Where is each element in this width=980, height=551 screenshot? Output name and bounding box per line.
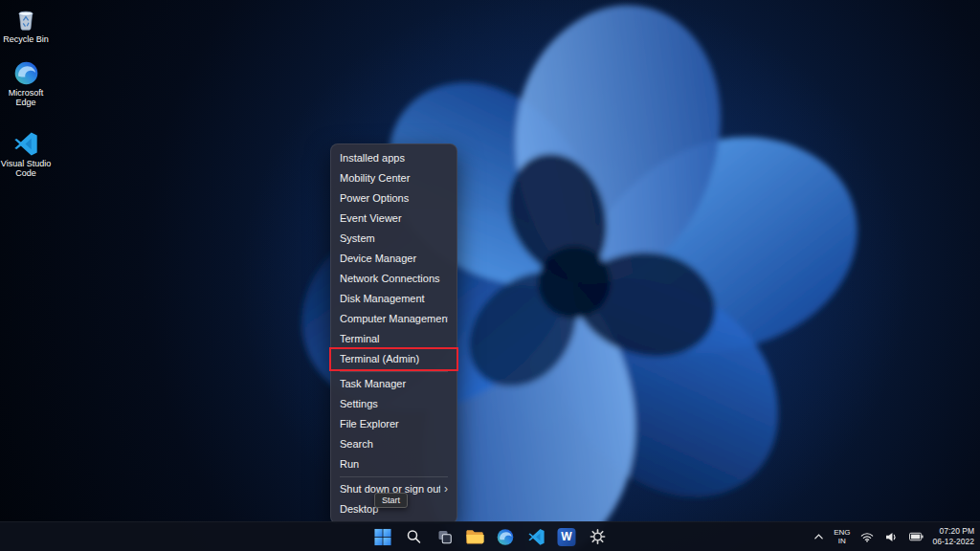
desktop-icon-recycle-bin[interactable]: Recycle Bin	[0, 6, 52, 44]
volume-button[interactable]	[883, 530, 900, 544]
folder-icon	[465, 529, 484, 545]
menu-item-terminal[interactable]: Terminal	[331, 329, 457, 349]
tray-overflow-button[interactable]	[812, 531, 826, 542]
battery-icon	[909, 532, 924, 541]
menu-item-system[interactable]: System	[331, 229, 457, 249]
taskbar-center-icons: W	[371, 525, 610, 549]
menu-item-label: Terminal (Admin)	[340, 349, 448, 369]
menu-item-label: Power Options	[340, 188, 448, 209]
battery-button[interactable]	[907, 530, 925, 543]
menu-item-file-explorer[interactable]: File Explorer	[331, 414, 457, 434]
start-tooltip-text: Start	[382, 496, 400, 505]
menu-item-computer-management[interactable]: Computer Management	[331, 309, 457, 329]
menu-item-label: Disk Management	[340, 289, 448, 309]
task-view-icon	[435, 528, 453, 545]
recycle-bin-icon	[12, 6, 39, 33]
tray-date: 06-12-2022	[933, 537, 974, 546]
menu-item-label: Terminal	[340, 329, 448, 349]
menu-item-label: Computer Management	[340, 309, 448, 329]
menu-item-network-connections[interactable]: Network Connections	[331, 269, 457, 289]
menu-separator	[340, 371, 448, 372]
task-view-button[interactable]	[433, 525, 457, 549]
word-icon: W	[558, 528, 576, 546]
menu-item-label: File Explorer	[340, 414, 448, 434]
edge-icon	[12, 59, 39, 86]
winx-context-menu: Installed apps Mobility Center Power Opt…	[330, 143, 457, 524]
region-code: IN	[838, 537, 846, 545]
vscode-button[interactable]	[524, 525, 548, 549]
search-button[interactable]	[402, 525, 426, 549]
menu-separator	[340, 476, 448, 477]
menu-item-terminal-admin[interactable]: Terminal (Admin)	[331, 349, 457, 369]
vscode-icon	[12, 130, 39, 157]
menu-item-label: Installed apps	[340, 148, 448, 168]
edge-button[interactable]	[494, 525, 518, 549]
menu-item-label: Mobility Center	[340, 168, 448, 188]
chevron-up-icon	[813, 533, 824, 540]
menu-item-settings[interactable]: Settings	[331, 394, 457, 414]
menu-item-search[interactable]: Search	[331, 434, 457, 454]
desktop-icon-visual-studio-code[interactable]: Visual Studio Code	[0, 130, 52, 179]
start-tooltip: Start	[374, 493, 408, 508]
menu-item-installed-apps[interactable]: Installed apps	[331, 148, 457, 168]
clock[interactable]: 07:20 PM 06-12-2022	[933, 526, 974, 546]
menu-item-mobility-center[interactable]: Mobility Center	[331, 168, 457, 188]
desktop-icon-label: Microsoft Edge	[0, 88, 52, 108]
menu-item-device-manager[interactable]: Device Manager	[331, 249, 457, 269]
settings-button[interactable]	[586, 525, 610, 549]
language-indicator[interactable]: ENG IN	[834, 528, 850, 545]
file-explorer-button[interactable]	[463, 525, 487, 549]
speaker-icon	[885, 532, 898, 542]
menu-item-label: Device Manager	[340, 249, 448, 269]
submenu-chevron-icon: ›	[444, 479, 448, 499]
tray-time: 07:20 PM	[940, 526, 974, 536]
menu-item-label: System	[340, 229, 448, 249]
menu-item-task-manager[interactable]: Task Manager	[331, 374, 457, 394]
network-button[interactable]	[858, 530, 876, 544]
menu-item-event-viewer[interactable]: Event Viewer	[331, 209, 457, 229]
desktop-icon-microsoft-edge[interactable]: Microsoft Edge	[0, 59, 52, 108]
wallpaper-bloom	[0, 0, 980, 551]
desktop-icon-label: Visual Studio Code	[0, 159, 52, 179]
menu-item-label: Network Connections	[340, 269, 448, 289]
windows-logo-icon	[374, 528, 392, 546]
system-tray: ENG IN	[812, 522, 974, 551]
gear-icon	[589, 528, 606, 545]
menu-item-label: Task Manager	[340, 374, 448, 394]
menu-item-run[interactable]: Run	[331, 454, 457, 474]
menu-item-label: Event Viewer	[340, 209, 448, 229]
word-button[interactable]: W	[555, 525, 579, 549]
menu-item-label: Run	[340, 454, 448, 474]
menu-item-disk-management[interactable]: Disk Management	[331, 289, 457, 309]
menu-item-power-options[interactable]: Power Options	[331, 188, 457, 209]
desktop-icon-label: Recycle Bin	[3, 34, 49, 44]
search-icon	[405, 528, 422, 545]
menu-item-label: Settings	[340, 394, 448, 414]
start-button[interactable]	[371, 525, 395, 549]
vscode-icon	[527, 528, 545, 545]
wifi-icon	[860, 532, 874, 542]
taskbar: W ENG	[0, 521, 980, 551]
edge-icon	[497, 528, 515, 546]
language-code: ENG	[834, 528, 850, 537]
desktop: Recycle Bin Microsoft Edge Visual Studio	[0, 0, 980, 551]
menu-item-label: Search	[340, 434, 448, 454]
